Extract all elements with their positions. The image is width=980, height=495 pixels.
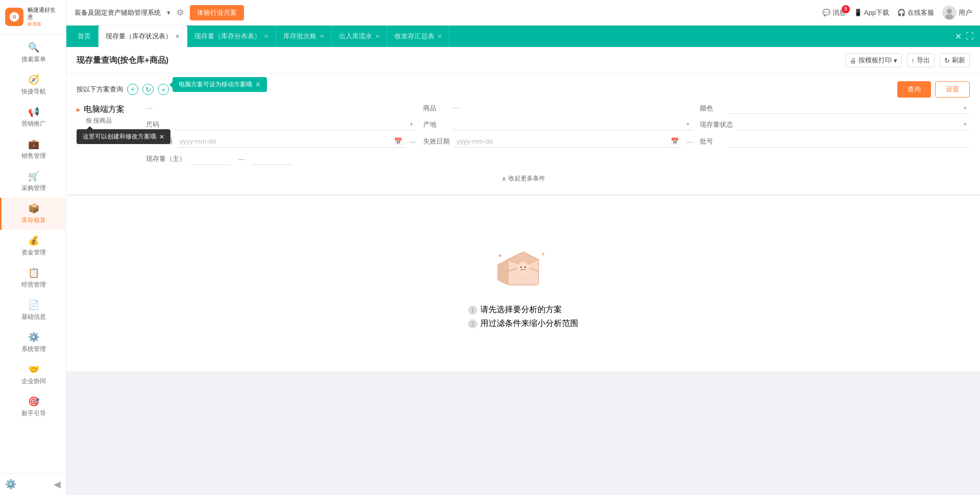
- expire-date-dash: —: [686, 138, 693, 146]
- system-dropdown-btn[interactable]: ▾: [167, 9, 170, 16]
- tabs-bar: 首页 现存量（库存状况表） ✕ 现存量（库存分布表） ✕ 库存批次账 ✕ 出入库…: [66, 26, 980, 47]
- user-area[interactable]: 用户: [942, 6, 972, 20]
- tab-home[interactable]: 首页: [70, 26, 99, 47]
- refresh-scheme-btn[interactable]: ↻: [142, 84, 154, 95]
- tab-batch[interactable]: 库存批次账 ✕: [276, 26, 332, 47]
- add-scheme-btn[interactable]: ＋: [127, 84, 138, 95]
- sidebar-item-system[interactable]: ⚙️ 系统管理: [0, 326, 66, 359]
- sidebar-item-guide[interactable]: 🧭 快捷导航: [0, 69, 66, 101]
- produce-date-from[interactable]: yyyy-mm-dd 📅: [177, 135, 405, 148]
- tab-inventory-dist[interactable]: 现存量（库存分布表） ✕: [187, 26, 276, 47]
- produce-date-calendar-icon[interactable]: 📅: [394, 137, 402, 145]
- stock-qty-to[interactable]: [252, 153, 292, 165]
- tab-inout[interactable]: 出入库流水 ✕: [332, 26, 387, 47]
- logo-main-text: 畅捷通好生意: [28, 6, 61, 21]
- settings-bottom-icon[interactable]: ⚙️: [5, 479, 16, 490]
- newbie-icon: 🎯: [28, 396, 39, 407]
- header-gear-icon[interactable]: ⚙: [177, 8, 184, 17]
- sidebar-item-search[interactable]: 🔍 搜索菜单: [0, 37, 66, 69]
- marketing-icon: 📢: [28, 106, 39, 117]
- batch-label: 批号: [700, 137, 725, 146]
- tab-expand-icon[interactable]: ⛶: [966, 32, 974, 41]
- tooltip2-text: 这里可以创建和修改方案哦: [83, 132, 156, 141]
- prev-scheme-btn[interactable]: «: [158, 84, 169, 95]
- collapse-up-icon: ∧: [502, 175, 506, 182]
- tab-home-label: 首页: [78, 32, 91, 41]
- expire-date-calendar-icon[interactable]: 📅: [671, 137, 679, 145]
- tab-inout-close[interactable]: ✕: [375, 33, 380, 40]
- size-label: 尺码: [146, 120, 172, 129]
- tooltip1-close[interactable]: ✕: [255, 81, 261, 88]
- message-badge: 9: [842, 5, 850, 13]
- industry-plan-btn[interactable]: 体验行业方案: [190, 5, 244, 20]
- scheme-desktop[interactable]: ▶ 电脑端方案: [77, 103, 138, 116]
- filter-row-2: 尺码 ▾ 产地 ▾: [146, 119, 970, 130]
- filter-label: 按以下方案查询: [77, 85, 123, 94]
- origin-select[interactable]: ▾: [453, 119, 693, 130]
- empty-state: ✦ ✦ 1 请先选择要分析的方案 2 用过滤条件来缩小分析范围: [66, 196, 980, 371]
- app-download-btn[interactable]: 📱 App下载: [854, 8, 889, 17]
- size-select[interactable]: ▾: [176, 119, 416, 130]
- empty-hint-2: 2 用过滤条件来缩小分析范围: [468, 318, 578, 329]
- filter-field-produce-date: 生产日期 yyyy-mm-dd 📅 —: [146, 135, 416, 148]
- tab-inventory-dist-close[interactable]: ✕: [264, 33, 268, 40]
- warehouse-dots[interactable]: ···: [146, 104, 153, 113]
- scheme-subitem[interactable]: 按 按商品: [77, 116, 138, 125]
- export-btn[interactable]: ↑ 导出: [907, 53, 935, 67]
- search-icon: 🔍: [28, 42, 39, 53]
- sidebar-item-enterprise[interactable]: 🤝 企业协同: [0, 359, 66, 391]
- print-btn[interactable]: 🖨 按模板打印 ▾: [845, 53, 902, 67]
- sidebar-item-inventory[interactable]: 📦 库存核算: [0, 198, 66, 230]
- sidebar-item-newbie[interactable]: 🎯 新手引导: [0, 391, 66, 423]
- page-title: 现存量查询(按仓库+商品): [77, 55, 168, 66]
- stock-status-select[interactable]: ▾: [737, 119, 970, 130]
- stock-qty-dash: —: [238, 155, 244, 163]
- online-support-btn[interactable]: 🎧 在线客服: [897, 8, 934, 17]
- collapse-btn[interactable]: ∧ 收起更多条件: [502, 174, 545, 183]
- collapse-icon[interactable]: ◀: [54, 479, 61, 490]
- expire-date-from[interactable]: yyyy-mm-dd 📅: [454, 135, 682, 148]
- tab-inventory-status-close[interactable]: ✕: [175, 33, 180, 40]
- sidebar-item-basic[interactable]: 📄 基础信息: [0, 294, 66, 326]
- color-select[interactable]: ▾: [729, 103, 970, 114]
- goods-label: 商品: [423, 104, 449, 113]
- color-dropdown-arrow: ▾: [964, 105, 967, 111]
- goods-dots[interactable]: ···: [453, 104, 459, 113]
- sidebar-item-marketing[interactable]: 📢 营销推广: [0, 101, 66, 133]
- tab-batch-close[interactable]: ✕: [320, 33, 324, 40]
- scheme-desktop-label: 电脑端方案: [84, 104, 125, 115]
- origin-dropdown-arrow: ▾: [687, 121, 690, 128]
- sidebar-item-purchase[interactable]: 🛒 采购管理: [0, 166, 66, 198]
- online-support-label: 在线客服: [908, 8, 934, 17]
- sidebar-item-sales[interactable]: 💼 销售管理: [0, 133, 66, 166]
- tab-inout-label: 出入库流水: [339, 32, 372, 41]
- tab-summary-close[interactable]: ✕: [437, 33, 442, 40]
- tab-inventory-status-label: 现存量（库存状况表）: [106, 32, 172, 41]
- expire-date-from-placeholder: yyyy-mm-dd: [457, 137, 493, 145]
- message-btn[interactable]: 💬 消息 9: [822, 8, 846, 17]
- tab-inventory-status[interactable]: 现存量（库存状况表） ✕: [99, 26, 187, 47]
- tab-close-all-icon[interactable]: ✕: [955, 32, 962, 41]
- page-header: 现存量查询(按仓库+商品) 🖨 按模板打印 ▾ ↑ 导出 ↻ 刷新: [66, 47, 980, 74]
- size-dropdown-arrow: ▾: [410, 121, 413, 128]
- refresh-btn[interactable]: ↻ 刷新: [940, 53, 970, 67]
- enterprise-icon: 🤝: [28, 364, 39, 375]
- logo-icon: [5, 8, 23, 26]
- scheme-subitem-label: 按 按商品: [86, 117, 112, 124]
- batch-input[interactable]: [729, 135, 970, 148]
- tooltip2-close[interactable]: ✕: [159, 133, 164, 140]
- hint1-number: 1: [468, 305, 477, 315]
- empty-illustration: ✦ ✦: [493, 237, 554, 295]
- print-dropdown-icon: ▾: [894, 57, 897, 64]
- tab-summary[interactable]: 收发存汇总表 ✕: [387, 26, 450, 47]
- refresh-icon: ↻: [944, 57, 950, 64]
- query-btn[interactable]: 查询: [897, 81, 931, 98]
- operation-icon: 📋: [28, 267, 39, 278]
- filter-field-stock-status: 现存量状态 ▾: [700, 119, 970, 130]
- sidebar-item-operation[interactable]: 📋 经营管理: [0, 262, 66, 294]
- export-icon: ↑: [912, 57, 915, 64]
- set-btn[interactable]: 设置: [935, 81, 970, 98]
- sidebar-item-finance[interactable]: 💰 资金管理: [0, 230, 66, 262]
- filter-field-stock-qty: 现存量（主） —: [146, 153, 418, 165]
- stock-qty-from[interactable]: [190, 153, 231, 165]
